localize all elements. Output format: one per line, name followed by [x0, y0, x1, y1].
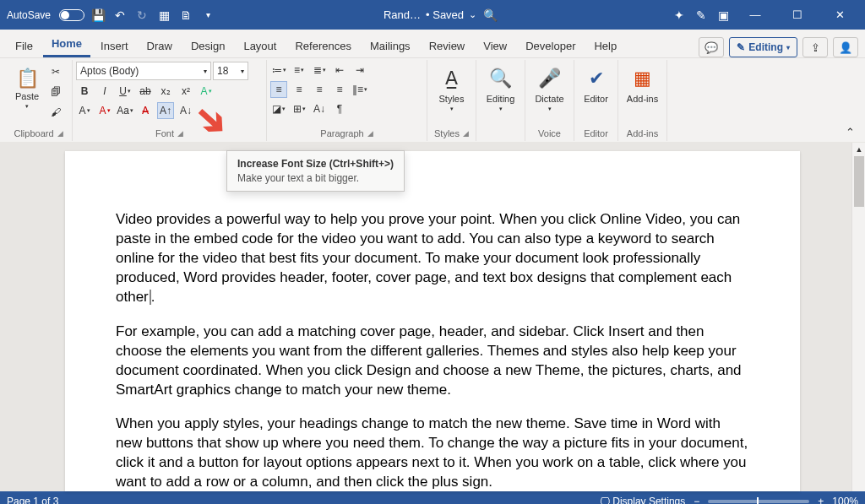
- tooltip-title: Increase Font Size (Ctrl+Shift+>): [237, 158, 394, 170]
- editing-mode-label: Editing: [748, 41, 783, 53]
- vertical-scrollbar[interactable]: ▲: [851, 143, 865, 491]
- underline-button[interactable]: U▾: [117, 83, 133, 100]
- paragraph-3[interactable]: When you apply styles, your headings cha…: [116, 415, 749, 492]
- tab-view[interactable]: View: [475, 35, 515, 57]
- increase-font-size-button[interactable]: A↑: [157, 102, 174, 119]
- display-settings-button[interactable]: 🖵 Display Settings: [600, 496, 685, 504]
- font-size-select[interactable]: 18▾: [213, 62, 248, 80]
- tab-review[interactable]: Review: [421, 35, 474, 57]
- zoom-slider[interactable]: [708, 500, 809, 503]
- multilevel-button[interactable]: ≣▾: [311, 62, 328, 79]
- clear-formatting-button[interactable]: A̶: [137, 102, 154, 119]
- presence-button[interactable]: 👤: [833, 37, 858, 57]
- share-button[interactable]: ⇪: [802, 37, 828, 57]
- page[interactable]: Video provides a powerful way to help yo…: [65, 151, 800, 491]
- editing-button[interactable]: 🔍 Editing ▾: [480, 62, 521, 112]
- close-button[interactable]: ✕: [821, 3, 858, 28]
- cut-icon[interactable]: ✂: [47, 63, 64, 80]
- zoom-level[interactable]: 100%: [832, 496, 858, 504]
- addins-button[interactable]: ▦ Add-ins: [622, 62, 663, 104]
- font-name-select[interactable]: Aptos (Body)▾: [76, 62, 211, 80]
- editor-group-label: Editor: [584, 128, 608, 138]
- tab-references[interactable]: References: [286, 35, 359, 57]
- tab-draw[interactable]: Draw: [139, 35, 181, 57]
- dictate-button[interactable]: 🎤 Dictate ▾: [529, 62, 570, 112]
- font-group-label: Font: [155, 128, 174, 138]
- wand-icon[interactable]: ✎: [693, 7, 710, 24]
- line-spacing-button[interactable]: ‖≡▾: [351, 81, 368, 98]
- paragraph-2[interactable]: For example, you can add a matching cove…: [116, 322, 749, 400]
- bold-button[interactable]: B: [76, 83, 93, 100]
- italic-button[interactable]: I: [96, 83, 113, 100]
- scroll-thumb[interactable]: [854, 156, 864, 207]
- change-case-button[interactable]: Aa▾: [117, 102, 133, 119]
- save-icon[interactable]: 💾: [90, 7, 106, 24]
- autosave-toggle[interactable]: [59, 9, 84, 21]
- search-icon[interactable]: 🔍: [481, 7, 498, 24]
- inc-indent-button[interactable]: ⇥: [351, 62, 368, 79]
- align-center-button[interactable]: ≡: [291, 81, 307, 98]
- comments-button[interactable]: 💬: [699, 37, 724, 57]
- tab-file[interactable]: File: [7, 35, 41, 57]
- sort-button[interactable]: A↓: [311, 100, 328, 117]
- shading-button[interactable]: ◪▾: [270, 100, 287, 117]
- numbering-button[interactable]: ≡▾: [291, 62, 307, 79]
- align-right-button[interactable]: ≡: [311, 81, 328, 98]
- font-color-button[interactable]: A▾: [96, 102, 113, 119]
- zoom-out-button[interactable]: −: [694, 496, 699, 504]
- paragraph-dialog-launcher[interactable]: ◢: [367, 129, 373, 138]
- editor-button[interactable]: ✔︎ Editor: [578, 62, 614, 104]
- doc-title-area[interactable]: Rand… • Saved ⌄: [384, 8, 476, 21]
- subscript-button[interactable]: x₂: [157, 83, 174, 100]
- align-left-button[interactable]: ≡: [270, 81, 287, 98]
- diamond-icon[interactable]: ✦: [671, 7, 688, 24]
- tab-insert[interactable]: Insert: [92, 35, 137, 57]
- doc-icon[interactable]: 🗎: [177, 7, 194, 24]
- increase-font-tooltip: Increase Font Size (Ctrl+Shift+>) Make y…: [226, 150, 405, 192]
- undo-icon[interactable]: ↶: [112, 7, 128, 24]
- addins-group-label: Add-ins: [627, 128, 658, 138]
- editing-mode-button[interactable]: ✎ Editing ▾: [729, 37, 797, 57]
- show-marks-button[interactable]: ¶: [331, 100, 348, 117]
- highlight-button[interactable]: A▾: [76, 102, 93, 119]
- tab-mailings[interactable]: Mailings: [362, 35, 419, 57]
- tab-developer[interactable]: Developer: [517, 35, 584, 57]
- redo-icon[interactable]: ↻: [133, 7, 150, 24]
- paste-button[interactable]: 📋 Paste ▾: [8, 62, 46, 116]
- tab-help[interactable]: Help: [585, 35, 625, 57]
- strikethrough-button[interactable]: ab: [137, 83, 154, 100]
- ribbon-editor: ✔︎ Editor Editor: [574, 60, 618, 141]
- ribbon-font: Aptos (Body)▾ 18▾ B I U▾ ab x₂ x² A▾ A▾ …: [73, 60, 267, 141]
- document-body[interactable]: Video provides a powerful way to help yo…: [116, 210, 749, 492]
- justify-button[interactable]: ≡: [331, 81, 348, 98]
- clipboard-dialog-launcher[interactable]: ◢: [57, 129, 63, 138]
- styles-dialog-launcher[interactable]: ◢: [463, 129, 469, 138]
- copy-icon[interactable]: 🗐: [47, 84, 64, 100]
- collapse-ribbon-icon[interactable]: ⌃: [841, 60, 860, 142]
- styles-button[interactable]: A̲ Styles ▾: [431, 62, 472, 112]
- dec-indent-button[interactable]: ⇤: [331, 62, 348, 79]
- titlebar: AutoSave 💾 ↶ ↻ ▦ 🗎 ▾ Rand… • Saved ⌄ 🔍 ✦…: [0, 0, 865, 30]
- minimize-button[interactable]: —: [737, 3, 774, 28]
- editing-big-label: Editing: [487, 94, 515, 104]
- window-icon[interactable]: ▣: [715, 7, 732, 24]
- borders-button[interactable]: ⊞▾: [291, 100, 307, 117]
- font-dialog-launcher[interactable]: ◢: [177, 129, 183, 138]
- bullets-button[interactable]: ≔▾: [270, 62, 287, 79]
- paragraph-1[interactable]: Video provides a powerful way to help yo…: [116, 210, 749, 307]
- format-painter-icon[interactable]: 🖌: [47, 104, 64, 121]
- overflow-icon[interactable]: ▾: [199, 7, 216, 24]
- grid-icon[interactable]: ▦: [155, 7, 172, 24]
- scroll-up-icon[interactable]: ▲: [852, 143, 865, 156]
- save-status: • Saved: [426, 8, 464, 21]
- zoom-in-button[interactable]: +: [818, 496, 824, 504]
- tab-design[interactable]: Design: [182, 35, 233, 57]
- save-status-dd[interactable]: ⌄: [469, 9, 476, 20]
- tab-home[interactable]: Home: [43, 32, 90, 57]
- styles-big-label: Styles: [439, 94, 465, 104]
- superscript-button[interactable]: x²: [177, 83, 194, 100]
- maximize-button[interactable]: ☐: [779, 3, 816, 28]
- editor-label: Editor: [584, 94, 608, 104]
- tab-layout[interactable]: Layout: [235, 35, 285, 57]
- page-indicator[interactable]: Page 1 of 3: [7, 496, 58, 504]
